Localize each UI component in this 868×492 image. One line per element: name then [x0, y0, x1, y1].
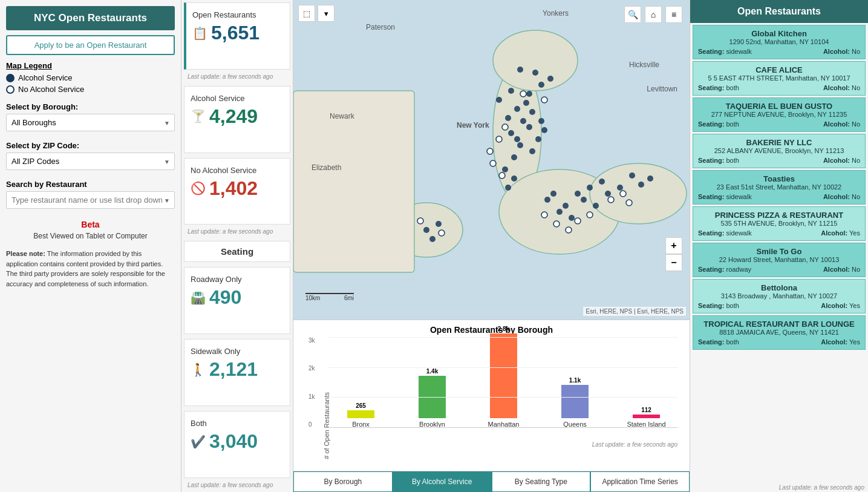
svg-point-5 — [590, 163, 687, 224]
map-background: Paterson Yonkers Newark Elizabeth New Yo… — [293, 0, 690, 320]
svg-point-10 — [517, 142, 523, 148]
zip-select[interactable]: All ZIP Codes — [6, 153, 175, 170]
note-bold: Please note: — [6, 250, 45, 257]
alcohol-label: Alcohol: Yes — [821, 338, 860, 346]
zoom-in-button[interactable]: + — [665, 237, 682, 254]
svg-point-26 — [544, 197, 550, 203]
no-alcohol-service-stat: No Alcohol Service 🚫 1,402 — [184, 158, 290, 225]
restaurant-card[interactable]: TAQUERIA EL BUEN GUSTO 277 NEPTUNE AVENU… — [693, 97, 866, 132]
chart-area: Open Restaurants by Borough # of Open Re… — [293, 320, 690, 471]
restaurant-address: 8818 JAMAICA AVE, Queens, NY 11421 — [698, 329, 860, 336]
restaurant-card[interactable]: TROPICAL RESTAURANT BAR LOUNGE 8818 JAMA… — [693, 315, 866, 350]
restaurant-card[interactable]: Global Kitchen 1290 52nd, Manhattan, NY … — [693, 25, 866, 59]
restaurant-card[interactable]: PRINCESS PIZZA & RESTAURANT 535 5TH AVEN… — [693, 206, 866, 241]
svg-point-61 — [608, 197, 614, 203]
map-layers-button[interactable]: ≡ — [665, 6, 682, 23]
map-tool-select[interactable]: ⬚ — [298, 5, 315, 22]
tab-by-borough[interactable]: By Borough — [293, 471, 393, 492]
chart-last-update: Last update: a few seconds ago — [299, 440, 684, 449]
alcohol-service-stat: Alcohol Service 🍸 4,249 — [184, 86, 290, 153]
alcohol-label: Alcohol: Yes — [821, 302, 860, 309]
svg-point-15 — [514, 136, 520, 142]
chart-tabs: By Borough By Alcohol Service By Seating… — [293, 471, 690, 492]
restaurant-address: 22 Howard Street, Manhattan, NY 10013 — [698, 256, 860, 263]
restaurant-card[interactable]: Toasties 23 East 51st Street, Manhattan,… — [693, 170, 866, 205]
zoom-out-button[interactable]: − — [665, 254, 682, 271]
both-value: ✔️ 3,040 — [191, 430, 284, 453]
restaurant-card[interactable]: CAFE ALICE 5 5 EAST 47TH STREET, Manhatt… — [693, 61, 866, 96]
restaurant-name: CAFE ALICE — [698, 65, 860, 74]
restaurant-name: TROPICAL RESTAURANT BAR LOUNGE — [698, 320, 860, 329]
map-attribution: Esri, HERE, NPS | Esri, HERE, NPS — [583, 307, 686, 316]
restaurant-name: PRINCESS PIZZA & RESTAURANT — [698, 211, 860, 220]
sidewalk-only-value: 🚶 2,121 — [191, 358, 284, 381]
open-restaurants-value: 📋 5,651 — [192, 22, 284, 44]
restaurant-address: 5 5 EAST 47TH STREET, Manhattan, NY 1001… — [698, 74, 860, 82]
restaurant-card[interactable]: Smile To Go 22 Howard Street, Manhattan,… — [693, 243, 866, 277]
borough-select[interactable]: All Boroughs Manhattan Brooklyn Queens B… — [6, 114, 175, 131]
restaurant-meta: Seating: both Alcohol: No — [698, 157, 860, 164]
map-svg — [293, 0, 690, 320]
restaurant-search-input[interactable] — [6, 191, 175, 209]
no-alcohol-icon: 🚫 — [191, 181, 206, 195]
open-restaurants-stat: Open Restaurants 📋 5,651 — [184, 2, 290, 70]
tab-by-alcohol-service[interactable]: By Alcohol Service — [393, 471, 492, 492]
svg-point-29 — [599, 179, 605, 185]
svg-point-20 — [532, 70, 538, 76]
map-area[interactable]: Paterson Yonkers Newark Elizabeth New Yo… — [293, 0, 690, 320]
alcohol-label: Alcohol: Yes — [821, 229, 860, 237]
svg-point-28 — [587, 185, 593, 191]
svg-point-57 — [575, 218, 581, 224]
svg-point-9 — [508, 130, 514, 136]
seating-label: Seating: both — [698, 157, 739, 164]
note-text: Please note: The information provided by… — [6, 249, 175, 289]
legend-alcohol-service: Alcohol Service — [6, 73, 175, 82]
map-tool-expand[interactable]: ▾ — [318, 5, 334, 22]
scale-mi: 6mi — [344, 295, 354, 301]
svg-point-19 — [547, 76, 553, 82]
map-search-button[interactable]: 🔍 — [624, 6, 641, 23]
restaurant-address: 252 ALBANY AVENUE, Brooklyn, NY 11213 — [698, 147, 860, 154]
svg-point-51 — [487, 148, 493, 154]
svg-point-47 — [535, 136, 541, 142]
svg-point-60 — [439, 230, 445, 236]
legend-no-alcohol-label: No Alcohol Service — [18, 85, 84, 94]
tab-by-seating-type[interactable]: By Seating Type — [492, 471, 591, 492]
svg-point-36 — [505, 185, 511, 191]
both-stat: Both ✔️ 3,040 — [184, 411, 290, 478]
alcohol-label: Alcohol: No — [823, 84, 860, 91]
borough-select-wrapper: All Boroughs Manhattan Brooklyn Queens B… — [6, 114, 175, 131]
restaurant-meta: Seating: roadway Alcohol: No — [698, 266, 860, 273]
restaurant-meta: Seating: both Alcohol: Yes — [698, 302, 860, 309]
seating-label: Seating: both — [698, 338, 739, 346]
beta-label: Beta — [6, 220, 175, 229]
apply-button[interactable]: Apply to be an Open Restaurant — [6, 35, 175, 55]
map-controls: 🔍 ⌂ ≡ — [624, 6, 682, 23]
restaurant-name: Smile To Go — [698, 247, 860, 256]
seating-label: Seating: both — [698, 120, 739, 128]
roadway-only-title: Roadway Only — [191, 275, 284, 284]
map-legend-title: Map Legend — [6, 61, 175, 70]
map-home-button[interactable]: ⌂ — [645, 6, 662, 23]
svg-point-37 — [436, 221, 442, 227]
restaurant-name: TAQUERIA EL BUEN GUSTO — [698, 102, 860, 111]
restaurant-card[interactable]: BAKERIE NY LLC 252 ALBANY AVENUE, Brookl… — [693, 134, 866, 168]
restaurant-name: BAKERIE NY LLC — [698, 138, 860, 147]
svg-point-59 — [417, 218, 423, 224]
svg-point-54 — [541, 212, 547, 218]
tab-application-time-series[interactable]: Application Time Series — [590, 471, 690, 492]
open-restaurants-last-update: Last update: a few seconds ago — [181, 72, 293, 84]
svg-point-3 — [493, 30, 578, 91]
svg-point-53 — [499, 172, 505, 179]
alcohol-label: Alcohol: No — [823, 266, 860, 273]
clipboard-icon: 📋 — [192, 26, 207, 41]
seating-label: Seating: both — [698, 84, 739, 91]
restaurant-card[interactable]: Bettolona 3143 Broadway , Manhattan, NY … — [693, 279, 866, 313]
svg-point-12 — [523, 100, 529, 106]
alcohol-service-value: 🍸 4,249 — [191, 105, 284, 128]
road-icon: 🛣️ — [191, 290, 206, 305]
svg-point-21 — [517, 67, 523, 73]
restaurant-meta: Seating: sidewalk Alcohol: Yes — [698, 229, 860, 237]
both-icon: ✔️ — [191, 435, 206, 449]
restaurant-name: Toasties — [698, 174, 860, 183]
